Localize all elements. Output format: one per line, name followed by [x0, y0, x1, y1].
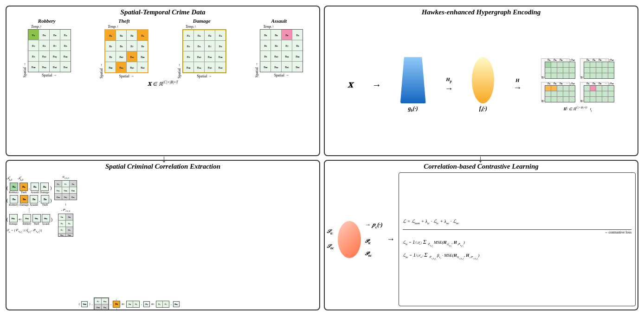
- gb-label: gb(·): [408, 105, 418, 113]
- assault-grid: B₁ B₂ B₃ B₄ B₅ B₆ B₇ B₈ B₉ B₁₀ B₁₁: [260, 29, 303, 72]
- main-loss-eq: ℒ = ℒtask + λtc · ℒtc + λnc · ℒnc: [403, 218, 631, 226]
- b1-theft-label: Theft: [21, 191, 27, 194]
- damage-cell-b7: B₇: [205, 41, 215, 51]
- b1-assault-cell: B₁: [31, 183, 39, 191]
- assault-cell-b8: B₈: [292, 40, 303, 51]
- hg-formula-label: Htj ∈ ℝ|C|×|B|×D tj: [541, 106, 615, 112]
- panel-spatial-temporal: Spatial-Temporal Crime Data Robbery Temp…: [6, 6, 320, 156]
- bl-b10-cell: B₁₀: [173, 301, 180, 307]
- bl-middle-matrices: N2,6,0 B₈ B₇ B₄ B₁₀ B₁₁ B₁₂ B₁₄ B₁₅ B₁₆ …: [54, 171, 77, 310]
- n260-container: N2,6,0 B₈ B₇ B₄ B₁₀ B₁₁ B₁₂ B₁₄ B₁₅ B₁₆: [54, 175, 77, 200]
- bl-b11-end: ): [89, 302, 90, 306]
- robbery-cell-b1: B₁: [28, 30, 39, 40]
- assault-cell-b7: B₇: [282, 40, 292, 51]
- dots-separator: ⋮: [6, 208, 52, 213]
- ft-label: ft(·): [479, 105, 487, 113]
- b16-robbery-cell: B₁₆: [23, 214, 31, 222]
- assault-cell-b13: B₁₃: [260, 62, 270, 72]
- damage-cell-b16: B₁₆: [215, 62, 225, 72]
- assault-title: Assault: [271, 18, 287, 24]
- theft-cell-b14: B₁₄: [116, 62, 126, 72]
- assault-cell-b5: B₅: [260, 40, 270, 51]
- hg-stack3: B₁B₂B₃…B₁₆ D: [541, 82, 576, 102]
- panel-contrastive-learning: Correlation-based Contrastive Learning 𝒮…: [324, 160, 638, 310]
- b1-robbery-cell: B₁: [10, 183, 18, 191]
- damage-cell-b9: B₉: [183, 51, 193, 62]
- b2-robbery-label: Robbery: [9, 203, 19, 206]
- bl-b11-cell: B₁₁: [81, 301, 88, 307]
- theft-grid: B₁ B₂ B₃ B₄ B₅ B₆ B₇ B₈ B₉ B₁₀ B₁₁: [104, 29, 148, 73]
- assault-cell-b3: B₃: [282, 30, 292, 40]
- damage-matrix-container: Damage Temp.↑ Spatial → B₁ B₂ B₃ B₄: [177, 18, 226, 78]
- b16-damage-label: Damage: [9, 222, 17, 225]
- b2-robbery-cell: B₂: [10, 195, 18, 203]
- assault-cell-b16: B₁₆: [292, 62, 303, 72]
- hg-matrix3-front: B₁B₂B₃…B₁₆ D: [541, 82, 576, 102]
- corr-row2: ( B₂ Robbery B₂ Damage B₂ Assault ,: [6, 195, 52, 206]
- top-left-formula: 𝐗 ∈ ℝ|C|×|B|×T: [6, 79, 319, 88]
- robbery-cell-b5: B₅: [28, 40, 39, 51]
- bl-comma: ,: [92, 302, 93, 306]
- theft-matrix-container: Theft Temp.↑ Spatial → B₁ B₂ B₃ B₄: [99, 18, 148, 78]
- bl-comma3: ,: [141, 302, 142, 306]
- stc-input-label: 𝒮tc: [327, 228, 334, 235]
- theft-cell-b1: B₁: [105, 30, 116, 40]
- damage-cell-b5: B₅: [183, 41, 193, 51]
- assault-cell-b1: B₁: [260, 30, 270, 40]
- panel-title-spatial-temporal: Spatial-Temporal Crime Data: [6, 6, 319, 17]
- panel-correlation-extraction: Spatial Criminal Correlation Extraction …: [6, 160, 320, 310]
- bl-right-formulas: ( B₁₁ ) , B₇ B₁₀ B₁₂ B₁₅: [79, 171, 180, 310]
- blue-encoder-shape: [400, 57, 426, 103]
- robbery-cell-b8: B₈: [60, 40, 71, 51]
- theft-y-axis: Spatial →: [99, 63, 103, 78]
- hg-output-matrices: B₁B₂B₃…B₁₆ D: [541, 58, 615, 112]
- b16-assault-label: Assault: [42, 222, 50, 225]
- theft-cell-b15: B₁₅: [127, 62, 137, 72]
- arrow-to-equations: →: [385, 172, 397, 306]
- equations-box: ℒ = ℒtask + λtc · ℒtc + λnc · ℒnc ⌣ cont…: [399, 172, 636, 306]
- corr-row1: ( B₁ Robbery B₁ Theft , B₁ Assault: [6, 183, 52, 194]
- gb-encoder: gb(·): [400, 57, 426, 113]
- b2-damage-cell: B₂: [20, 195, 28, 203]
- panel-title-hawkes: Hawkes-enhanced Hypergraph Encoding: [325, 6, 638, 17]
- robbery-cell-b2: B₂: [39, 30, 49, 40]
- theft-cell-b13: B₁₃: [105, 62, 116, 72]
- assault-matrix-container: Assault Temp.↑ Spatial → B₁ B₂ B₃ B₄: [255, 18, 303, 77]
- robbery-cell-b15: B₁₅: [50, 62, 60, 72]
- arrow-x-to-gb: →: [372, 80, 381, 90]
- b1-theft-cell: B₁: [19, 183, 28, 191]
- n260star-label: 𝒩*2,6,0: [61, 208, 70, 212]
- robbery-cell-b3: B₃: [50, 30, 60, 40]
- damage-y-axis: Spatial →: [177, 63, 181, 78]
- theft-cell-b5: B₅: [105, 41, 116, 51]
- bl-b6-plain: B₆: [143, 301, 150, 307]
- hg-stack4: B₁B₂B₃…B₁₆ D: [580, 82, 615, 102]
- ltc-equation: ℒtc = 1/|𝒮tc| Σ 𝒞tbk,tj MSE(H𝒯bk,tj, H𝒯*…: [403, 238, 631, 248]
- damage-cell-b2: B₂: [194, 30, 204, 40]
- hg-stack1: B₁B₂B₃…B₁₆ D: [541, 58, 576, 79]
- panel-hawkes: Hawkes-enhanced Hypergraph Encoding 𝐗 → …: [324, 6, 638, 156]
- b2-assault-cell: B₂: [30, 195, 38, 203]
- x-label: 𝐗: [348, 81, 353, 89]
- b16-theft-label: Theft: [34, 222, 39, 225]
- theft-x-axis: Spatial →: [104, 74, 148, 78]
- theft-cell-b16: B₁₆: [137, 62, 148, 72]
- hg-matrix2-front: B₁B₂B₃…B₁₆ D: [580, 58, 615, 79]
- damage-cell-b11: B₁₁: [205, 51, 215, 62]
- h-label-area: H →: [513, 77, 522, 93]
- damage-cell-b6: B₆: [194, 41, 204, 51]
- bl-b6-orange: B₆: [113, 301, 120, 308]
- arrow-gb-to-ft: →: [445, 84, 453, 94]
- robbery-cell-b4: B₄: [60, 30, 71, 40]
- x-input-area: 𝐗: [348, 81, 353, 89]
- vertical-arrow-left: ↓: [161, 153, 167, 165]
- bl-content-layout: 𝒯1,0 𝒯1,0 ( B₁ Robbery B₁: [6, 171, 319, 310]
- n260star-container: 𝒩*2,6,0 B₁ B₂ B₅ B₆ B₇ B₉ B₁₀ B₁₁: [58, 208, 73, 236]
- damage-cell-b3: B₃: [205, 30, 215, 40]
- hp-label-area: Hp →: [445, 76, 453, 93]
- assault-y-axis: Spatial →: [255, 63, 259, 77]
- robbery-cell-b16: B₁₆: [60, 62, 71, 72]
- input-labels: 𝒮tc 𝒮nc: [327, 172, 336, 306]
- theft-title: Theft: [118, 18, 129, 24]
- b1-damage-cell: B₁: [40, 183, 49, 191]
